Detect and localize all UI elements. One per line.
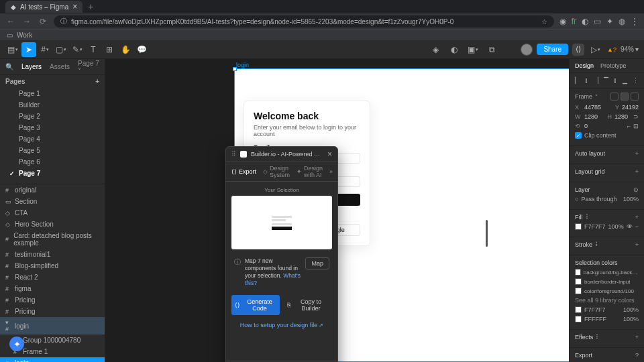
- resize-handle[interactable]: [233, 67, 237, 71]
- fill-styles-icon[interactable]: ⠇: [586, 214, 590, 221]
- effects-styles-icon[interactable]: ⠇: [596, 334, 600, 341]
- color-swatch[interactable]: [575, 269, 581, 276]
- chevron-down-icon[interactable]: ˅: [595, 94, 598, 100]
- layer-item[interactable]: #React 2: [0, 272, 105, 283]
- design-ai-tab[interactable]: ✦ Design with AI: [297, 165, 323, 178]
- resources-tool[interactable]: ⊞: [102, 42, 117, 57]
- hand-tool[interactable]: ✋: [118, 42, 133, 57]
- assets-tab[interactable]: Assets: [50, 63, 70, 70]
- frame-tool[interactable]: #▾: [38, 42, 52, 57]
- add-page-button[interactable]: +: [95, 78, 99, 85]
- crop-icon[interactable]: ⧉: [484, 42, 499, 57]
- more-tabs-icon[interactable]: »: [329, 168, 333, 175]
- profile-avatar[interactable]: ◍: [619, 17, 625, 26]
- extension-icon[interactable]: ◉: [559, 17, 566, 26]
- layer-item[interactable]: #Blog-simplified: [0, 260, 105, 272]
- layer-item[interactable]: ◇CTA: [0, 207, 105, 219]
- rotation-value[interactable]: 0: [584, 123, 588, 129]
- text-tool[interactable]: T: [86, 42, 101, 57]
- move-tool[interactable]: ➤: [21, 42, 36, 57]
- opacity-value[interactable]: 100%: [623, 196, 639, 202]
- color-swatch[interactable]: [575, 278, 582, 285]
- color-name[interactable]: color/foreground/100: [584, 288, 634, 294]
- page-item[interactable]: Page 5: [0, 145, 105, 156]
- map-button[interactable]: Map: [305, 257, 329, 269]
- layer-item[interactable]: ▾ #login: [0, 317, 105, 335]
- remove-icon[interactable]: −: [635, 223, 639, 230]
- panel-resize-handle[interactable]: [486, 220, 488, 247]
- layer-item[interactable]: #Pricing: [0, 306, 105, 317]
- prototype-tab[interactable]: Prototype: [600, 62, 627, 69]
- layer-item[interactable]: #Card: detached blog posts example: [0, 230, 105, 249]
- resize-fixed[interactable]: [610, 93, 619, 101]
- page-item[interactable]: Page 4: [0, 133, 105, 145]
- figma-menu[interactable]: ▤▾: [5, 42, 20, 57]
- blend-mode[interactable]: Pass through: [581, 196, 616, 202]
- align-bottom-icon[interactable]: ▁: [623, 77, 627, 84]
- menu-icon[interactable]: ⋮: [631, 17, 639, 26]
- layer-settings-icon[interactable]: ⊙: [633, 186, 639, 193]
- visibility-icon[interactable]: 👁: [627, 223, 633, 230]
- drag-handle-icon[interactable]: ⠿: [231, 151, 236, 158]
- site-info-icon[interactable]: ⓘ: [60, 17, 67, 26]
- color-swatch[interactable]: [575, 288, 582, 294]
- reload-button[interactable]: ⟳: [38, 17, 48, 26]
- clip-checkbox[interactable]: ✓: [575, 132, 582, 139]
- corner-icon[interactable]: ⌐: [627, 123, 631, 129]
- link-icon[interactable]: ⊃: [633, 113, 639, 120]
- frame-label[interactable]: login: [236, 62, 249, 68]
- add-auto-layout[interactable]: +: [635, 150, 639, 157]
- add-stroke[interactable]: +: [635, 241, 639, 248]
- resize-fill[interactable]: [631, 93, 639, 101]
- page-item[interactable]: Page 6: [0, 156, 105, 168]
- shape-tool[interactable]: ▢▾: [54, 42, 68, 57]
- extensions-icon[interactable]: ✦: [606, 17, 613, 26]
- color-swatch[interactable]: [575, 316, 582, 322]
- add-effect[interactable]: +: [635, 334, 639, 341]
- y-value[interactable]: 24192: [622, 104, 639, 111]
- layer-item[interactable]: #figma: [0, 283, 105, 294]
- align-top-icon[interactable]: ▔: [604, 77, 608, 84]
- component-icon[interactable]: ◈: [428, 42, 443, 57]
- align-vcenter-icon[interactable]: ⫿: [614, 77, 617, 84]
- layer-item[interactable]: #login: [0, 357, 105, 362]
- dev-mode-toggle[interactable]: ⟨⟩: [572, 44, 584, 56]
- page-item[interactable]: ✓Page 7: [0, 168, 105, 179]
- align-hcenter-icon[interactable]: ⫿: [585, 77, 588, 84]
- frame-type[interactable]: Frame: [575, 93, 592, 100]
- url-bar[interactable]: ⓘ figma.com/file/awNoDjzUXHZpcmpK0tdd9B5…: [54, 15, 554, 27]
- color-name[interactable]: border/border-input: [584, 279, 630, 285]
- layers-tab[interactable]: Layers: [21, 63, 42, 70]
- layer-item[interactable]: #testimonial1: [0, 249, 105, 260]
- mask-icon[interactable]: ◐: [447, 42, 462, 57]
- close-icon[interactable]: ×: [327, 149, 332, 159]
- add-grid[interactable]: +: [635, 168, 639, 175]
- page-item[interactable]: Page 3: [0, 122, 105, 133]
- layer-item[interactable]: #Pricing: [0, 294, 105, 306]
- see-all-link[interactable]: See all 9 library colors: [575, 297, 635, 304]
- close-icon[interactable]: ×: [72, 2, 77, 11]
- distribute-icon[interactable]: ⋮: [633, 77, 639, 84]
- pen-tool[interactable]: ✎▾: [70, 42, 85, 57]
- present-button[interactable]: ▷▾: [588, 42, 603, 57]
- fill-opacity[interactable]: 100%: [608, 223, 624, 230]
- share-button[interactable]: Share: [537, 44, 568, 55]
- user-avatar[interactable]: [521, 44, 533, 56]
- layer-item[interactable]: #original: [0, 184, 105, 196]
- boolean-icon[interactable]: ▣▾: [466, 42, 480, 57]
- extension-icon[interactable]: ▭: [594, 17, 601, 26]
- align-left-icon[interactable]: ▏: [575, 77, 580, 84]
- comment-tool[interactable]: 💬: [134, 42, 149, 57]
- zoom-control[interactable]: 94%▾: [621, 46, 639, 53]
- color-swatch[interactable]: [575, 306, 582, 313]
- new-tab-button[interactable]: +: [88, 1, 93, 12]
- howto-link[interactable]: How to setup your design file↗: [240, 322, 324, 328]
- page-item[interactable]: Page 2: [0, 111, 105, 122]
- design-tab[interactable]: Design: [575, 62, 594, 69]
- x-value[interactable]: 44785: [584, 104, 601, 111]
- layer-item[interactable]: ◇Hero Section: [0, 219, 105, 230]
- layer-item[interactable]: ▭Section: [0, 196, 105, 207]
- corner-expand-icon[interactable]: ⊡: [633, 123, 639, 129]
- resize-hug[interactable]: [621, 93, 629, 101]
- plugin-fab[interactable]: ✦: [9, 337, 24, 351]
